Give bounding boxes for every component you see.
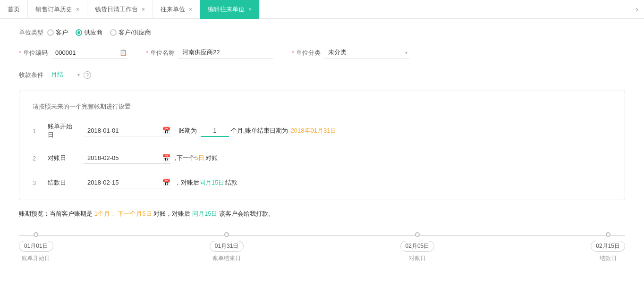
unit-category-arrow: ▾ bbox=[405, 50, 407, 55]
panel-title: 请按照未来的一个完整帐期进行设置 bbox=[33, 102, 611, 111]
timeline-dot-0 bbox=[34, 232, 38, 237]
settings-panel: 请按照未来的一个完整帐期进行设置 1 账单开始日 📅 账期为 个月,账单结束日期… bbox=[19, 91, 625, 200]
timeline-date-3: 02月15日 bbox=[591, 241, 625, 252]
unit-type-label: 单位类型 bbox=[19, 28, 43, 37]
start-date-calendar-icon[interactable]: 📅 bbox=[162, 127, 171, 135]
setting-row-1: 1 账单开始日 📅 账期为 个月,账单结束日期为 2018年01月31日 bbox=[33, 122, 611, 139]
timeline-dot-1 bbox=[224, 232, 229, 237]
timeline-label-2: 对账日 bbox=[409, 254, 426, 262]
radio-both[interactable]: 客户/供应商 bbox=[110, 28, 151, 37]
payment-day-highlight: 同月15日 bbox=[199, 178, 224, 187]
unit-name-label: 单位名称 bbox=[150, 49, 175, 57]
unit-category-group: * 单位分类 未分类 ▾ bbox=[292, 46, 409, 59]
reconcile-date-calendar-icon[interactable]: 📅 bbox=[162, 154, 171, 162]
unit-category-value: 未分类 bbox=[324, 46, 403, 59]
radio-both-circle bbox=[110, 29, 117, 36]
tab-partner-units-close[interactable]: × bbox=[189, 6, 192, 13]
radio-customer[interactable]: 客户 bbox=[47, 28, 68, 37]
preview-part5: 该客户会给我打款。 bbox=[219, 210, 274, 217]
unit-code-input[interactable] bbox=[51, 47, 118, 58]
timeline-item-0: 01月01日 账单开始日 bbox=[19, 232, 53, 262]
payment-date-input-wrapper: 📅 bbox=[84, 177, 171, 188]
row-num-2: 2 bbox=[33, 155, 42, 162]
reconcile-day-highlight: 5日 bbox=[195, 154, 204, 162]
unit-category-select[interactable]: 未分类 ▾ bbox=[324, 46, 409, 59]
unit-code-icon[interactable]: 📋 bbox=[119, 49, 127, 56]
unit-info-row: * 单位编码 📋 * 单位名称 * 单位分类 未分类 ▾ bbox=[19, 46, 625, 59]
unit-code-group: * 单位编码 📋 bbox=[19, 47, 127, 59]
unit-code-label: 单位编码 bbox=[23, 49, 48, 57]
timeline-date-1: 01月31日 bbox=[210, 241, 244, 252]
radio-supplier[interactable]: 供应商 bbox=[76, 28, 102, 37]
unit-name-input[interactable] bbox=[178, 47, 273, 59]
end-date-highlight: 2018年01月31日 bbox=[291, 127, 337, 135]
reconcile-date-input-wrapper: 📅 bbox=[84, 152, 171, 164]
payment-date-input[interactable] bbox=[84, 177, 159, 188]
preview-section: 账期预览：当前客户账期是 1个月， 下一个月5日 对账，对账后 同月15日 该客… bbox=[19, 210, 625, 218]
unit-code-input-wrapper: 📋 bbox=[51, 47, 127, 59]
payment-terms-label: 收款条件 bbox=[19, 71, 43, 79]
start-date-input[interactable] bbox=[84, 125, 159, 136]
tab-edit-partner[interactable]: 编辑往来单位 × bbox=[200, 0, 260, 19]
payment-desc-prefix: ，对账后 bbox=[175, 178, 199, 187]
period-label: 账期为 bbox=[178, 127, 197, 135]
tab-sales-history-label: 销售订单历史 bbox=[35, 5, 72, 14]
payment-terms-help[interactable]: ? bbox=[84, 71, 91, 79]
preview-label: 账期预览：当前客户账期是 bbox=[19, 210, 93, 217]
tab-cash-work-label: 钱货日清工作台 bbox=[95, 5, 138, 14]
reconcile-desc-suffix: 对账 bbox=[205, 154, 218, 162]
payment-terms-value: 月结 bbox=[47, 68, 76, 81]
timeline-item-3: 02月15日 结款日 bbox=[591, 232, 625, 262]
row-label-2: 对账日 bbox=[48, 154, 76, 162]
preview-part3: 对账，对账后 bbox=[153, 210, 190, 217]
period-suffix-1: 个月,账单结束日期为 bbox=[231, 127, 288, 135]
setting-row-3: 3 结款日 📅 ，对账后 同月15日 结款 bbox=[33, 177, 611, 188]
radio-customer-label: 客户 bbox=[56, 28, 68, 37]
unit-type-group: 单位类型 客户 供应商 客户/供应商 bbox=[19, 28, 151, 37]
start-date-input-wrapper: 📅 bbox=[84, 125, 171, 136]
unit-name-group: * 单位名称 bbox=[146, 47, 273, 59]
tab-edit-partner-close[interactable]: × bbox=[248, 6, 252, 13]
timeline-label-1: 账单结束日 bbox=[212, 254, 241, 262]
tab-cash-work[interactable]: 钱货日清工作台 × bbox=[87, 0, 153, 19]
row-label-3: 结款日 bbox=[48, 178, 76, 187]
main-content: 单位类型 客户 供应商 客户/供应商 * 单位编码 bbox=[0, 19, 644, 287]
preview-part4: 同月15日 bbox=[192, 210, 217, 217]
payment-terms-row: 收款条件 月结 ▾ ? bbox=[19, 68, 625, 81]
radio-supplier-circle bbox=[76, 29, 82, 36]
timeline-date-2: 02月05日 bbox=[400, 241, 435, 252]
months-input[interactable] bbox=[201, 125, 229, 137]
timeline-item-1: 01月31日 账单结束日 bbox=[210, 232, 244, 262]
unit-code-required: * bbox=[19, 49, 21, 56]
payment-desc-suffix: 结款 bbox=[225, 178, 237, 187]
payment-terms-select[interactable]: 月结 ▾ bbox=[47, 68, 80, 81]
unit-name-required: * bbox=[146, 49, 148, 56]
tab-sales-history[interactable]: 销售订单历史 × bbox=[28, 0, 87, 19]
timeline-label-0: 账单开始日 bbox=[22, 254, 50, 262]
timeline-items: 01月01日 账单开始日 01月31日 账单结束日 02月05日 对账日 02月… bbox=[19, 232, 625, 262]
timeline-date-0: 01月01日 bbox=[19, 241, 53, 252]
tab-home[interactable]: 首页 bbox=[0, 0, 28, 19]
preview-part1: 1个月， bbox=[94, 210, 116, 217]
tab-sales-history-close[interactable]: × bbox=[76, 6, 79, 13]
tab-home-label: 首页 bbox=[8, 5, 20, 14]
timeline: 01月01日 账单开始日 01月31日 账单结束日 02月05日 对账日 02月… bbox=[19, 228, 625, 272]
setting-row-2: 2 对账日 📅 ,下一个 5日 对账 bbox=[33, 152, 611, 164]
timeline-label-3: 结款日 bbox=[600, 254, 617, 262]
unit-category-required: * bbox=[292, 49, 294, 56]
row-num-3: 3 bbox=[33, 179, 42, 186]
radio-customer-circle bbox=[47, 29, 54, 36]
reconcile-date-input[interactable] bbox=[84, 152, 159, 163]
tab-partner-units-label: 往来单位 bbox=[161, 5, 185, 14]
preview-part2: 下一个月5日 bbox=[118, 210, 152, 217]
tab-partner-units[interactable]: 往来单位 × bbox=[153, 0, 200, 19]
row-label-1: 账单开始日 bbox=[48, 122, 76, 139]
timeline-dot-2 bbox=[415, 232, 420, 237]
unit-category-label: 单位分类 bbox=[296, 49, 321, 57]
row-num-1: 1 bbox=[33, 127, 42, 135]
tab-cash-work-close[interactable]: × bbox=[142, 6, 145, 13]
payment-date-calendar-icon[interactable]: 📅 bbox=[162, 178, 171, 187]
tab-more-button[interactable]: › bbox=[630, 4, 644, 14]
payment-terms-arrow: ▾ bbox=[77, 72, 80, 77]
radio-both-label: 客户/供应商 bbox=[119, 28, 151, 37]
